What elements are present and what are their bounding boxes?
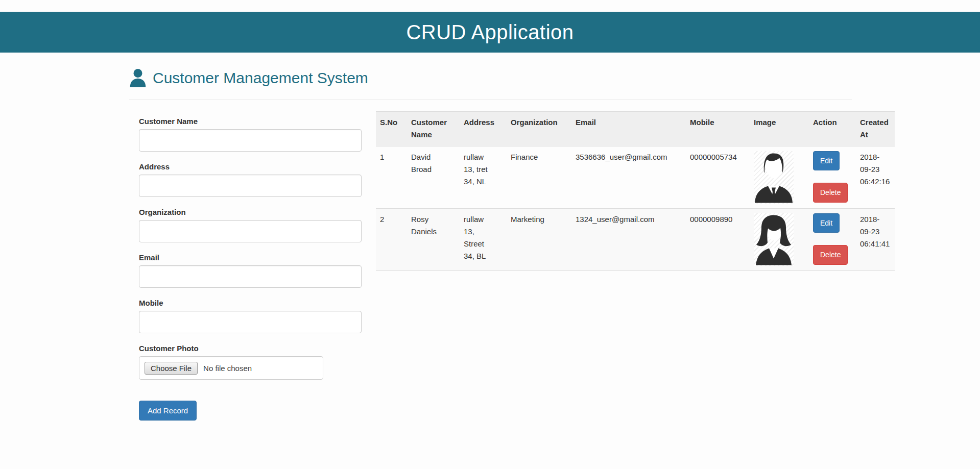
organization-label: Organization xyxy=(139,208,362,216)
form-group-email: Email xyxy=(139,253,362,288)
edit-button[interactable]: Edit xyxy=(813,213,840,233)
user-icon xyxy=(129,68,147,87)
organization-input[interactable] xyxy=(139,220,362,242)
email-label: Email xyxy=(139,253,362,262)
form-group-customer-name: Customer Name xyxy=(139,117,362,152)
address-label: Address xyxy=(139,162,362,171)
header-mobile: Mobile xyxy=(686,112,750,146)
cell-customer-name: Rosy Daniels xyxy=(407,208,460,270)
add-record-button[interactable]: Add Record xyxy=(139,401,197,421)
customer-name-label: Customer Name xyxy=(139,117,362,126)
man-avatar-icon xyxy=(754,151,794,204)
customer-table: S.No Customer Name Address Organization … xyxy=(376,111,895,271)
address-input[interactable] xyxy=(139,175,362,197)
cell-created-at: 2018-09-23 06:41:41 xyxy=(856,208,895,270)
delete-button[interactable]: Delete xyxy=(813,183,848,203)
header-organization: Organization xyxy=(507,112,571,146)
header-email: Email xyxy=(571,112,686,146)
cell-address: rullaw 13, tret 34, NL xyxy=(460,146,507,208)
delete-button[interactable]: Delete xyxy=(813,245,848,265)
mobile-input[interactable] xyxy=(139,311,362,333)
file-chosen-status: No file chosen xyxy=(203,364,252,373)
woman-avatar-icon xyxy=(754,213,794,266)
email-field[interactable] xyxy=(139,265,362,288)
file-input[interactable]: Choose File No file chosen xyxy=(139,356,323,380)
customer-photo-label: Customer Photo xyxy=(139,344,362,353)
page-title: Customer Management System xyxy=(153,69,368,87)
form-group-organization: Organization xyxy=(139,208,362,242)
form-group-address: Address xyxy=(139,162,362,197)
header-created-at: Created At xyxy=(856,112,895,146)
header-image: Image xyxy=(750,112,809,146)
cell-image xyxy=(750,208,809,270)
cell-sno: 1 xyxy=(376,146,407,208)
table-row: 2 Rosy Daniels rullaw 13, Street 34, BL … xyxy=(376,208,895,270)
cell-action: Edit Delete xyxy=(809,146,856,208)
cell-sno: 2 xyxy=(376,208,407,270)
app-title: CRUD Application xyxy=(406,21,573,44)
cell-image xyxy=(750,146,809,208)
form-group-mobile: Mobile xyxy=(139,299,362,333)
title-divider xyxy=(129,100,852,100)
header-address: Address xyxy=(460,112,507,146)
table-row: 1 David Broad rullaw 13, tret 34, NL Fin… xyxy=(376,146,895,208)
cell-mobile: 00000005734 xyxy=(686,146,750,208)
cell-mobile: 0000009890 xyxy=(686,208,750,270)
table-header-row: S.No Customer Name Address Organization … xyxy=(376,112,895,146)
choose-file-button[interactable]: Choose File xyxy=(145,362,198,375)
main-content: Customer Management System Customer Name… xyxy=(129,68,902,421)
app-banner: CRUD Application xyxy=(0,12,980,53)
cell-customer-name: David Broad xyxy=(407,146,460,208)
form-group-customer-photo: Customer Photo Choose File No file chose… xyxy=(139,344,362,380)
cell-email: 3536636_user@gmail.com xyxy=(571,146,686,208)
cell-organization: Finance xyxy=(507,146,571,208)
cell-address: rullaw 13, Street 34, BL xyxy=(460,208,507,270)
customer-table-wrapper: S.No Customer Name Address Organization … xyxy=(376,111,895,271)
cell-action: Edit Delete xyxy=(809,208,856,270)
header-customer-name: Customer Name xyxy=(407,112,460,146)
customer-form: Customer Name Address Organization Email… xyxy=(129,111,362,421)
cell-email: 1324_user@gmail.com xyxy=(571,208,686,270)
header-sno: S.No xyxy=(376,112,407,146)
cell-organization: Marketing xyxy=(507,208,571,270)
cell-created-at: 2018-09-23 06:42:16 xyxy=(856,146,895,208)
customer-name-input[interactable] xyxy=(139,129,362,152)
page-title-row: Customer Management System xyxy=(129,68,902,87)
header-action: Action xyxy=(809,112,856,146)
edit-button[interactable]: Edit xyxy=(813,151,840,171)
mobile-label: Mobile xyxy=(139,299,362,307)
